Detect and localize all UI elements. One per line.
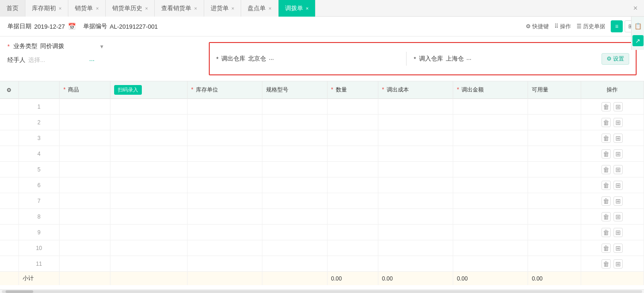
tab-sales-order[interactable]: 销货单 × xyxy=(68,0,105,17)
history-btn[interactable]: ☰ 历史单据 xyxy=(577,23,605,31)
row-unit-cell xyxy=(187,225,262,240)
row-available-cell xyxy=(528,115,581,130)
row-qty-cell xyxy=(327,146,378,162)
row-amount-cell xyxy=(453,256,528,272)
row-goods-cell[interactable] xyxy=(60,240,110,256)
tab-transfer-order[interactable]: 调拨单 × xyxy=(279,0,316,17)
th-row-num xyxy=(18,81,60,99)
row-goods-cell[interactable] xyxy=(60,115,110,130)
row-available-cell xyxy=(528,240,581,256)
handler-input[interactable]: 选择... xyxy=(28,56,84,64)
tab-sales-history-close[interactable]: × xyxy=(145,6,148,11)
row-goods-cell[interactable] xyxy=(60,225,110,240)
out-warehouse-field: * 调出仓库 北京仓 ··· xyxy=(216,55,399,63)
operation-label: 操作 xyxy=(560,23,571,31)
biz-type-dropdown-icon[interactable]: ▾ xyxy=(100,43,103,50)
side-document-icon[interactable]: 📋 xyxy=(632,20,644,31)
table-container: ⚙ * 商品 扫码录入 * 库存单位 规格型号 xyxy=(0,81,644,289)
row-goods-cell[interactable] xyxy=(60,162,110,177)
settings-area: ⚙ 设置 xyxy=(601,53,629,65)
copy-row-btn[interactable]: ⊞ xyxy=(614,212,623,221)
copy-row-btn[interactable]: ⊞ xyxy=(614,181,623,190)
settings-button[interactable]: ⚙ 设置 xyxy=(601,53,629,65)
horizontal-scrollbar[interactable] xyxy=(0,289,644,293)
tab-bar-close-btn[interactable]: × xyxy=(627,4,644,12)
tab-inventory-init-label: 库存期初 xyxy=(32,4,56,12)
row-goods-cell[interactable] xyxy=(60,130,110,146)
in-warehouse-value[interactable]: 上海仓 xyxy=(446,55,464,63)
side-export-icon[interactable]: ↗ xyxy=(632,35,644,46)
delete-row-btn[interactable]: 🗑 xyxy=(601,244,611,253)
tab-inventory-init-close[interactable]: × xyxy=(59,6,61,11)
tab-transfer-order-close[interactable]: × xyxy=(306,6,309,11)
data-table: ⚙ * 商品 扫码录入 * 库存单位 规格型号 xyxy=(0,81,644,285)
copy-row-btn[interactable]: ⊞ xyxy=(614,259,623,269)
delete-row-btn[interactable]: 🗑 xyxy=(601,102,611,111)
tab-view-sales-close[interactable]: × xyxy=(194,6,197,11)
row-goods-cell[interactable] xyxy=(60,146,110,162)
in-warehouse-more-btn[interactable]: ··· xyxy=(467,55,472,62)
tab-view-sales[interactable]: 查看销货单 × xyxy=(155,0,204,17)
delete-row-btn[interactable]: 🗑 xyxy=(601,149,611,159)
delete-row-btn[interactable]: 🗑 xyxy=(601,228,611,237)
row-amount-cell xyxy=(453,193,528,209)
row-goods-cell[interactable] xyxy=(60,209,110,225)
footer-unit xyxy=(187,272,262,286)
tab-sales-order-close[interactable]: × xyxy=(96,6,98,11)
tab-sales-history[interactable]: 销货单历史 × xyxy=(106,0,155,17)
delete-row-btn[interactable]: 🗑 xyxy=(601,259,611,269)
row-gear-cell xyxy=(0,162,18,177)
out-warehouse-value[interactable]: 北京仓 xyxy=(248,55,266,63)
list-view-btn[interactable]: ≡ xyxy=(611,20,623,32)
settings-gear-icon: ⚙ xyxy=(607,55,612,62)
copy-row-btn[interactable]: ⊞ xyxy=(614,165,623,174)
copy-row-btn[interactable]: ⊞ xyxy=(614,118,623,127)
row-goods-cell[interactable] xyxy=(60,177,110,193)
tab-inventory-check-close[interactable]: × xyxy=(268,6,271,11)
row-amount-cell xyxy=(453,99,528,115)
tab-purchase-order[interactable]: 进货单 × xyxy=(204,0,241,17)
operation-btn[interactable]: ⠿ 操作 xyxy=(554,23,571,31)
table-row: 11 🗑 ⊞ xyxy=(0,256,644,272)
copy-row-btn[interactable]: ⊞ xyxy=(614,196,623,206)
shortcut-icon: ⚙ xyxy=(526,23,531,30)
delete-row-btn[interactable]: 🗑 xyxy=(601,181,611,190)
tab-inventory-init[interactable]: 库存期初 × xyxy=(25,0,68,17)
delete-row-btn[interactable]: 🗑 xyxy=(601,118,611,127)
tab-inventory-check[interactable]: 盘点单 × xyxy=(241,0,278,17)
calendar-icon[interactable]: 📅 xyxy=(68,23,76,30)
row-scan-cell xyxy=(110,225,187,240)
tab-purchase-order-close[interactable]: × xyxy=(231,6,234,11)
row-amount-cell xyxy=(453,177,528,193)
row-goods-cell[interactable] xyxy=(60,256,110,272)
delete-row-btn[interactable]: 🗑 xyxy=(601,134,611,143)
out-warehouse-more-btn[interactable]: ··· xyxy=(269,55,274,62)
copy-row-btn[interactable]: ⊞ xyxy=(614,228,623,237)
scan-btn[interactable]: 扫码录入 xyxy=(114,85,142,95)
row-gear-cell xyxy=(0,99,18,115)
row-qty-cell xyxy=(327,209,378,225)
copy-row-btn[interactable]: ⊞ xyxy=(614,244,623,253)
tab-home[interactable]: 首页 xyxy=(0,0,25,17)
biz-type-value[interactable]: 同价调拨 xyxy=(40,42,96,50)
copy-row-btn[interactable]: ⊞ xyxy=(614,134,623,143)
shortcut-btn[interactable]: ⚙ 快捷键 xyxy=(526,23,549,31)
delete-row-btn[interactable]: 🗑 xyxy=(601,196,611,206)
footer-spec xyxy=(262,272,328,286)
row-goods-cell[interactable] xyxy=(60,193,110,209)
row-scan-cell xyxy=(110,240,187,256)
th-gear[interactable]: ⚙ xyxy=(0,81,18,99)
handler-more-btn[interactable]: ··· xyxy=(89,56,95,64)
doc-no-field: 单据编号 AL-20191227-001 xyxy=(83,22,158,31)
row-spec-cell xyxy=(262,225,328,240)
row-gear-cell xyxy=(0,209,18,225)
copy-row-btn[interactable]: ⊞ xyxy=(614,102,623,111)
row-goods-cell[interactable] xyxy=(60,99,110,115)
scrollbar-thumb[interactable] xyxy=(6,290,33,293)
delete-row-btn[interactable]: 🗑 xyxy=(601,165,611,174)
handler-label: 经手人 xyxy=(7,56,25,64)
handler-field: 经手人 选择... ··· xyxy=(7,56,201,64)
row-scan-cell xyxy=(110,162,187,177)
copy-row-btn[interactable]: ⊞ xyxy=(614,149,623,159)
delete-row-btn[interactable]: 🗑 xyxy=(601,212,611,221)
